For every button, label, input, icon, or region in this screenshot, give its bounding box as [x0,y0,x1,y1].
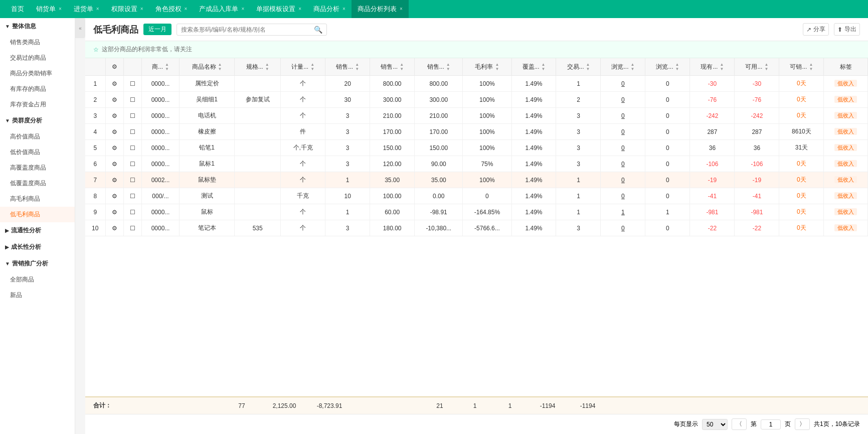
col-header-views2[interactable]: 浏览...▲▼ [645,58,690,76]
sort-icon-saleable[interactable]: ▲▼ [809,62,813,71]
nav-item-角色授权[interactable]: 角色授权× [149,0,194,18]
sidebar-section-类群度分析[interactable]: ▼ 类群度分析 [0,112,75,129]
settings-icon-cell[interactable]: ⚙ [105,220,123,236]
col-header-gross_rate[interactable]: 毛利率▲▼ [463,58,511,76]
sidebar-section-成长性分析[interactable]: ▶ 成长性分析 [0,239,75,255]
col-header-current[interactable]: 现有...▲▼ [690,58,735,76]
table-row[interactable]: 1⚙☐0000...属性定价个20800.00800.00100%1.49%10… [85,76,868,92]
sort-icon-sale_qty[interactable]: ▲▼ [355,62,359,71]
nav-item-权限设置[interactable]: 权限设置× [105,0,149,18]
sort-icon-coverage[interactable]: ▲▼ [542,62,546,71]
settings-icon-cell[interactable]: ⚙ [105,172,123,188]
sidebar-section-营销推广分析[interactable]: ▼ 营销推广分析 [0,255,75,272]
views1-cell[interactable]: 0 [601,124,645,140]
sidebar-item-销售类商品[interactable]: 销售类商品 [0,35,75,50]
nav-close-权限设置[interactable]: × [140,0,143,18]
sidebar-item-商品分类助销率[interactable]: 商品分类助销率 [0,66,75,81]
sidebar-item-有库存的商品[interactable]: 有库存的商品 [0,81,75,97]
sort-icon-sale_price[interactable]: ▲▼ [400,62,404,71]
checkbox-cell[interactable]: ☐ [123,188,141,204]
views1-cell[interactable]: 0 [601,92,645,108]
nav-item-商品分析列表[interactable]: 商品分析列表× [352,0,409,18]
sort-icon-views1[interactable]: ▲▼ [631,62,635,71]
checkbox-cell[interactable]: ☐ [123,156,141,172]
sidebar-item-交易过的商品[interactable]: 交易过的商品 [0,50,75,66]
views1-cell[interactable]: 0 [601,188,645,204]
sort-icon-code[interactable]: ▲▼ [165,62,169,71]
share-button[interactable]: ↗ 分享 [803,23,829,36]
sort-icon-name[interactable]: ▲▼ [218,62,222,71]
sort-icon-gross_rate[interactable]: ▲▼ [495,62,499,71]
export-button[interactable]: ⬆ 导出 [834,23,860,36]
views1-cell[interactable]: 0 [601,156,645,172]
sidebar-section-整体信息[interactable]: ▼ 整体信息 [0,18,75,35]
col-header-sale_price[interactable]: 销售...▲▼ [370,58,415,76]
col-header-unit[interactable]: 计量...▲▼ [281,58,325,76]
col-header-saleable[interactable]: 可销...▲▼ [779,58,824,76]
settings-icon-cell[interactable]: ⚙ [105,124,123,140]
sidebar-item-高毛利商品[interactable]: 高毛利商品 [0,191,75,207]
nav-close-产成品入库单[interactable]: × [241,0,244,18]
checkbox-cell[interactable]: ☐ [123,76,141,92]
table-row[interactable]: 8⚙☐000/...测试千克10100.000.0001.49%100-41-4… [85,188,868,204]
sort-icon-available[interactable]: ▲▼ [764,62,768,71]
table-row[interactable]: 5⚙☐0000...铅笔1个,千克3150.00150.00100%1.49%3… [85,140,868,156]
nav-close-销货单[interactable]: × [59,0,62,18]
next-page-button[interactable]: 〉 [795,418,810,430]
checkbox-cell[interactable]: ☐ [123,108,141,124]
sidebar-item-低覆盖度商品[interactable]: 低覆盖度商品 [0,176,75,191]
col-header-code[interactable]: 商...▲▼ [141,58,179,76]
views1-cell[interactable]: 0 [601,172,645,188]
nav-close-商品分析[interactable]: × [342,0,345,18]
table-row[interactable]: 6⚙☐0000...鼠标1个3120.0090.0075%1.49%300-10… [85,156,868,172]
checkbox-cell[interactable]: ☐ [123,124,141,140]
col-header-sale_qty[interactable]: 销售...▲▼ [325,58,370,76]
sort-icon-trade[interactable]: ▲▼ [586,62,590,71]
views1-cell[interactable]: 0 [601,140,645,156]
sort-icon-spec[interactable]: ▲▼ [265,62,269,71]
settings-icon-cell[interactable]: ⚙ [105,156,123,172]
col-header-trade[interactable]: 交易...▲▼ [556,58,601,76]
search-input[interactable] [181,26,314,33]
sidebar-item-高覆盖度商品[interactable]: 高覆盖度商品 [0,160,75,176]
table-row[interactable]: 2⚙☐0000...吴细细1参加复试个30300.00300.00100%1.4… [85,92,868,108]
nav-close-进货单[interactable]: × [96,0,99,18]
settings-icon-cell[interactable]: ⚙ [105,92,123,108]
nav-item-商品分析[interactable]: 商品分析× [307,0,352,18]
checkbox-cell[interactable]: ☐ [123,172,141,188]
table-row[interactable]: 3⚙☐0000...电话机个3210.00210.00100%1.49%300-… [85,108,868,124]
sort-icon-views2[interactable]: ▲▼ [675,62,679,71]
sort-icon-unit[interactable]: ▲▼ [310,62,314,71]
views1-cell[interactable]: 0 [601,108,645,124]
page-number-input[interactable] [761,419,781,429]
col-header-available[interactable]: 可用...▲▼ [735,58,779,76]
checkbox-cell[interactable]: ☐ [123,140,141,156]
sidebar-item-全部商品[interactable]: 全部商品 [0,272,75,287]
table-row[interactable]: 10⚙☐0000...笔记本535个3180.00-10,380...-5766… [85,220,868,236]
col-header-sale_total[interactable]: 销售...▲▼ [415,58,463,76]
checkbox-cell[interactable]: ☐ [123,220,141,236]
settings-icon-cell[interactable]: ⚙ [105,76,123,92]
nav-item-销货单[interactable]: 销货单× [30,0,68,18]
sidebar-item-高价值商品[interactable]: 高价值商品 [0,129,75,144]
col-header-name[interactable]: 商品名称▲▼ [180,58,235,76]
col-header-coverage[interactable]: 覆盖...▲▼ [511,58,556,76]
sidebar-item-库存资金占用[interactable]: 库存资金占用 [0,97,75,112]
table-container[interactable]: ⚙商...▲▼商品名称▲▼规格...▲▼计量...▲▼销售...▲▼销售...▲… [85,58,868,396]
filter-button[interactable]: 近一月 [143,24,171,35]
nav-close-商品分析列表[interactable]: × [400,0,403,18]
sidebar-item-新品[interactable]: 新品 [0,287,75,303]
settings-icon-cell[interactable]: ⚙ [105,188,123,204]
nav-close-单据模板设置[interactable]: × [298,0,301,18]
sort-icon-current[interactable]: ▲▼ [720,62,724,71]
nav-close-角色授权[interactable]: × [185,0,188,18]
table-row[interactable]: 4⚙☐0000...橡皮擦件3170.00170.00100%1.49%3002… [85,124,868,140]
table-row[interactable]: 7⚙☐0002...鼠标垫个135.0035.00100%1.49%100-19… [85,172,868,188]
sidebar-item-低价值商品[interactable]: 低价值商品 [0,144,75,160]
sidebar-collapse-button[interactable]: « [75,18,85,38]
settings-icon-cell[interactable]: ⚙ [105,140,123,156]
sidebar-item-低毛利商品[interactable]: 低毛利商品 [0,207,75,222]
views1-cell[interactable]: 0 [601,220,645,236]
sidebar-section-流通性分析[interactable]: ▶ 流通性分析 [0,222,75,239]
checkbox-cell[interactable]: ☐ [123,204,141,220]
